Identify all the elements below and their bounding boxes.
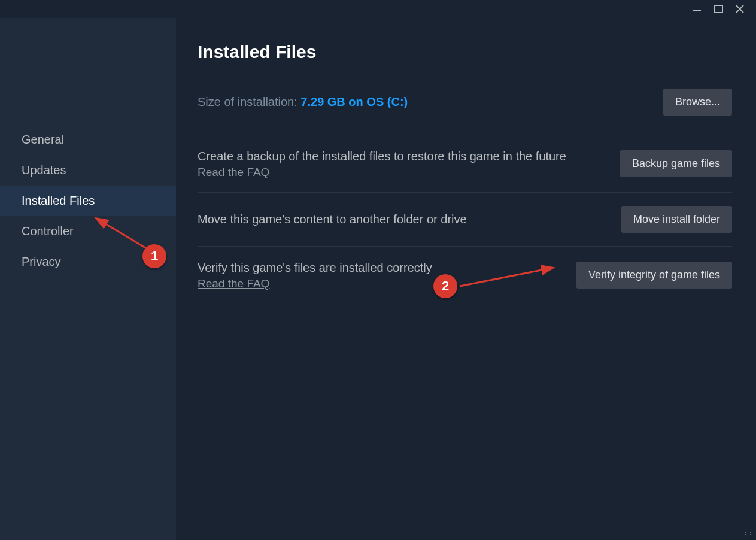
properties-window: General Updates Installed Files Controll… [0, 0, 756, 540]
install-size-row: Size of installation: 7.29 GB on OS (C:)… [198, 89, 732, 116]
backup-text: Create a backup of the installed files t… [198, 148, 569, 179]
install-size-value[interactable]: 7.29 GB on OS (C:) [300, 95, 408, 108]
body-area: General Updates Installed Files Controll… [0, 18, 756, 540]
verify-row: Verify this game's files are installed c… [198, 247, 732, 304]
verify-text: Verify this game's files are installed c… [198, 260, 562, 290]
content-panel: Installed Files Size of installation: 7.… [176, 18, 756, 540]
sidebar-item-controller[interactable]: Controller [0, 216, 176, 247]
backup-faq-link[interactable]: Read the FAQ [198, 166, 269, 179]
backup-game-files-button[interactable]: Backup game files [620, 150, 732, 177]
sidebar-item-updates[interactable]: Updates [0, 155, 176, 186]
verify-desc: Verify this game's files are installed c… [198, 260, 562, 276]
sidebar: General Updates Installed Files Controll… [0, 18, 176, 540]
install-size-label: Size of installation: [198, 95, 300, 108]
annotation-badge-2: 2 [433, 274, 457, 298]
move-text: Move this game's content to another fold… [198, 211, 569, 227]
move-desc: Move this game's content to another fold… [198, 211, 569, 227]
page-title: Installed Files [198, 42, 732, 62]
install-size-text: Size of installation: 7.29 GB on OS (C:) [198, 95, 408, 109]
verify-faq-link[interactable]: Read the FAQ [198, 277, 269, 290]
maximize-button[interactable] [713, 4, 724, 14]
verify-integrity-button[interactable]: Verify integrity of game files [576, 262, 732, 289]
sidebar-item-general[interactable]: General [0, 125, 176, 155]
annotation-badge-1: 1 [142, 244, 166, 268]
sidebar-item-installed-files[interactable]: Installed Files [0, 186, 176, 216]
backup-desc: Create a backup of the installed files t… [198, 148, 569, 165]
resize-grip-icon[interactable]: ⠆⠆ [744, 528, 754, 538]
minimize-button[interactable] [691, 4, 702, 14]
titlebar [0, 0, 756, 18]
move-row: Move this game's content to another fold… [198, 193, 732, 246]
browse-button[interactable]: Browse... [663, 89, 732, 116]
divider [198, 304, 732, 304]
svg-rect-1 [714, 5, 722, 13]
move-install-folder-button[interactable]: Move install folder [621, 206, 732, 233]
close-button[interactable] [734, 4, 745, 14]
backup-row: Create a backup of the installed files t… [198, 135, 732, 192]
